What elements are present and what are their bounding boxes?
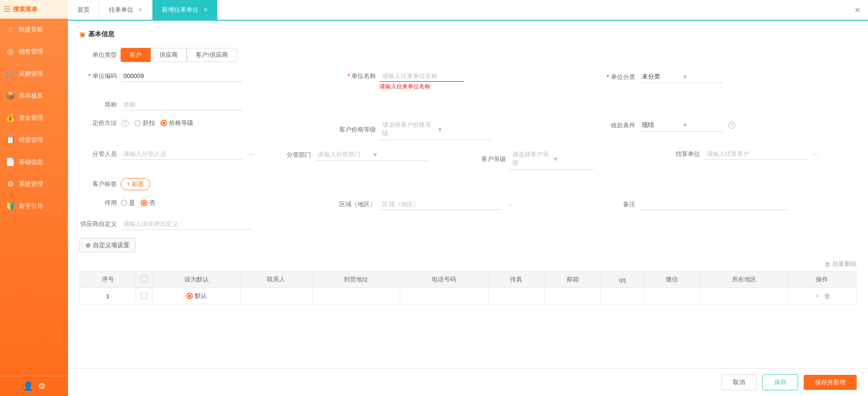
region-input[interactable] [380, 199, 502, 210]
disabled-no-radio [141, 200, 147, 206]
pricing-price-level-option[interactable]: 价格等级 [160, 119, 193, 127]
disabled-yes-option[interactable]: 是 [121, 199, 135, 207]
sidebar-item-sales[interactable]: ◎ 销售管理 [0, 40, 68, 62]
search-menu-button[interactable]: ☰ 搜索菜单 [0, 0, 68, 19]
disabled-no-option[interactable]: 否 [141, 199, 155, 207]
payment-terms-select[interactable]: 现结 ▼ [639, 119, 723, 132]
abbr-input[interactable] [121, 99, 243, 110]
pricing-discount-radio [134, 120, 141, 126]
tag-group: 客户标签 + 标签 [79, 178, 857, 190]
operations-icon: 📋 [6, 135, 15, 144]
unit-code-group: 单位编码 [79, 70, 338, 82]
payment-terms-value: 现结 [642, 121, 680, 129]
tab-home[interactable]: 首页 [68, 0, 99, 20]
payment-terms-help-icon[interactable]: ? [728, 122, 735, 129]
customer-price-label: 客户价格等级 [338, 125, 376, 134]
supplier-custom-input[interactable] [121, 218, 252, 230]
cell-fax [488, 288, 544, 304]
sidebar-item-finance[interactable]: 💰 资金管理 [0, 107, 68, 129]
sidebar-item-quick-nav[interactable]: ⌂ 快捷导航 [0, 19, 68, 40]
tab-new-partner[interactable]: 新增往来单位 ✕ [152, 0, 218, 20]
manager-more-icon[interactable]: ··· [246, 150, 256, 158]
add-tag-button[interactable]: + 标签 [121, 178, 150, 190]
settlement-label: 结算单位 [662, 150, 700, 158]
tab-partner-close[interactable]: ✕ [138, 7, 143, 13]
cell-email [544, 288, 601, 304]
manager-input[interactable] [121, 148, 243, 160]
sidebar-item-newbie[interactable]: 🔰 新手引导 [0, 195, 68, 217]
settlement-more-icon[interactable]: ··· [811, 150, 820, 158]
cell-phone [400, 288, 488, 304]
unit-name-label: 单位名称 [338, 72, 376, 80]
customer-level-group: 客户等级 请选择客户等级 ▼ [468, 148, 662, 170]
sidebar-item-label: 新手引导 [19, 202, 43, 210]
action-icons: ＋ 🗑 [793, 292, 852, 300]
unit-type-both-btn[interactable]: 客户/供应商 [187, 48, 237, 62]
unit-name-group: 单位名称 请输入往来单位名称 [338, 70, 597, 91]
sidebar-item-purchase[interactable]: 🛒 采购管理 [0, 62, 68, 85]
save-and-new-button[interactable]: 保存并新增 [804, 375, 857, 390]
sidebar-item-operations[interactable]: 📋 经营管理 [0, 129, 68, 151]
col-contact: 联系人 [240, 272, 312, 288]
tab-new-partner-close[interactable]: ✕ [203, 7, 208, 13]
section-title: 基本信息 [88, 30, 114, 39]
sidebar-item-label: 采购管理 [19, 70, 43, 78]
newbie-icon: 🔰 [6, 202, 15, 210]
sidebar-item-label: 基础信息 [19, 158, 43, 166]
settings-icon[interactable]: ⚙ [38, 381, 46, 391]
tab-partner[interactable]: 往来单位 ✕ [99, 0, 152, 20]
delete-row-icon[interactable]: 🗑 [824, 292, 830, 300]
col-wechat: 微信 [644, 272, 700, 288]
cell-wechat [644, 288, 700, 304]
col-qq: qq [601, 272, 644, 288]
row-default-radio[interactable]: 默认 [157, 292, 235, 300]
settlement-group: 结算单位 ··· [662, 148, 857, 160]
unit-type-group-container: 单位类型 客户 供应商 客户/供应商 [79, 48, 857, 62]
cancel-button[interactable]: 取消 [721, 374, 757, 390]
save-button[interactable]: 保存 [762, 374, 798, 390]
inventory-icon: 📦 [6, 91, 15, 100]
sidebar-item-basic-info[interactable]: 📄 基础信息 [0, 151, 68, 173]
sidebar-item-system[interactable]: ⚙ 系统管理 [0, 173, 68, 195]
unit-type-customer-btn[interactable]: 客户 [121, 48, 151, 62]
cell-contact [240, 288, 312, 304]
department-group: 分管部门 请输入分管部门 ▼ [274, 148, 468, 161]
payment-terms-group: 收款条件 现结 ▼ ? [598, 119, 857, 132]
add-row-icon[interactable]: ＋ [814, 292, 820, 300]
user-icon[interactable]: 👤 [23, 381, 33, 391]
col-address: 到货地址 [312, 272, 400, 288]
col-checkbox [136, 272, 152, 288]
department-select[interactable]: 请输入分管部门 ▼ [315, 148, 427, 161]
bottom-bar: 取消 保存 保存并新增 [68, 368, 868, 396]
default-label: 默认 [195, 292, 207, 300]
home-icon: ⌂ [6, 25, 15, 34]
pricing-help-icon[interactable]: ? [122, 120, 129, 127]
pricing-group: 定价方法 ? 折扣 价格等级 [79, 119, 338, 127]
abbr-label: 简称 [79, 101, 117, 109]
custom-settings-button[interactable]: ⚙ 自定义项设置 [79, 238, 136, 252]
col-region: 所在地区 [700, 272, 788, 288]
cell-default: 默认 [152, 288, 240, 304]
customer-level-select[interactable]: 请选择客户等级 ▼ [510, 148, 594, 170]
row-checkbox[interactable] [141, 292, 147, 299]
unit-name-input[interactable] [380, 70, 464, 82]
customer-price-select[interactable]: 请选择客户价格等级 ▼ [380, 119, 492, 140]
region-label: 区域（地区） [338, 200, 376, 209]
select-all-checkbox[interactable] [141, 276, 147, 282]
manager-row: 分管人员 ··· 分管部门 请输入分管部门 ▼ 客户等级 请选择客户等级 ▼ 结… [79, 148, 857, 170]
unit-category-select[interactable]: 未分类 ▼ [639, 70, 723, 83]
unit-type-supplier-btn[interactable]: 供应商 [151, 48, 187, 62]
remark-input[interactable] [639, 199, 789, 210]
unit-name-error-msg: 请输入往来单位名称 [380, 83, 430, 90]
tab-bar-close-button[interactable]: ✕ [847, 0, 868, 20]
region-more-icon[interactable]: ··· [505, 201, 515, 208]
sidebar-item-inventory[interactable]: 📦 库存核算 [0, 85, 68, 107]
settlement-input[interactable] [704, 148, 807, 160]
unit-code-input[interactable] [121, 70, 243, 82]
region-group: 区域（地区） ··· [338, 199, 597, 210]
pricing-discount-option[interactable]: 折扣 [134, 119, 155, 127]
col-seq: 序号 [80, 272, 136, 288]
bulk-delete-button[interactable]: 🗑 批量删除 [824, 260, 857, 268]
pricing-price-level-radio [160, 120, 167, 126]
purchase-icon: 🛒 [6, 69, 15, 78]
